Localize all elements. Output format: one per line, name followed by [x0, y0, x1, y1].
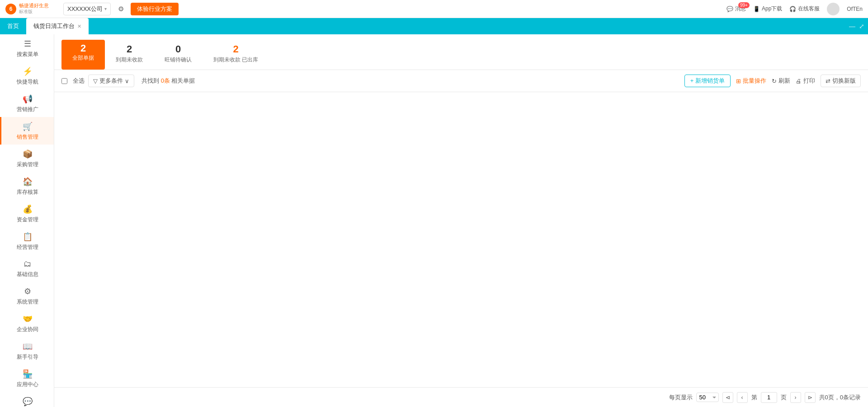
- print-button[interactable]: 🖨 打印: [796, 77, 815, 85]
- page-label: 第: [751, 393, 757, 402]
- guide-icon: 📖: [23, 342, 33, 351]
- marketing-icon: 📢: [23, 94, 33, 104]
- next-page-button[interactable]: ›: [790, 392, 801, 403]
- sidebar-item-finance[interactable]: 💰 资金管理: [0, 200, 54, 227]
- message-button[interactable]: 💬 消息 99+: [726, 5, 746, 13]
- sidebar-item-nav[interactable]: ⚡ 快捷导航: [0, 62, 54, 89]
- nav-icon: ⚡: [23, 66, 33, 76]
- inventory-icon: 🏠: [23, 177, 33, 187]
- stat-tab-overdue[interactable]: 2 到期未收款: [105, 40, 154, 70]
- sidebar-label-basic-info: 基础信息: [17, 271, 38, 278]
- sidebar-item-operation[interactable]: 📋 经营管理: [0, 227, 54, 255]
- search-menu-icon: ☰: [24, 39, 31, 49]
- settings-button[interactable]: ⚙: [114, 3, 127, 15]
- stat-tab-shipped[interactable]: 2 到期未收款 已出库: [203, 40, 269, 70]
- pagination-bar: 每页显示 50 10 20 100 ⊲ ‹ 第 页 › ⊳ 共0页，0条记录: [54, 387, 868, 407]
- found-text: 共找到 0条 相关单据: [142, 77, 195, 85]
- tab-home-label: 首页: [7, 22, 19, 30]
- tab-bar: 首页 钱货日清工作台 ✕ — ⤢: [0, 18, 868, 34]
- switch-label: 切换新版: [832, 77, 856, 85]
- sidebar-label-operation: 经营管理: [17, 243, 38, 251]
- user-name: OfTEn: [847, 6, 863, 12]
- service-icon: 🎧: [789, 6, 796, 12]
- company-selector[interactable]: XXXXXX公司 ▾: [63, 3, 111, 15]
- sidebar-item-sales[interactable]: 🛒 销售管理: [0, 117, 54, 145]
- tab-home[interactable]: 首页: [0, 18, 26, 34]
- tab-workbench-label: 钱货日清工作台: [33, 22, 75, 30]
- company-name: XXXXXX公司: [67, 5, 103, 13]
- filter-chevron-icon: ∨: [125, 78, 129, 84]
- online-service-button[interactable]: 🎧 在线客服: [789, 5, 820, 13]
- stat-tab-all[interactable]: 2 全部单据: [61, 40, 105, 70]
- new-sale-button[interactable]: + 新增销货单: [684, 75, 731, 87]
- sidebar-item-enterprise[interactable]: 🤝 企业协同: [0, 309, 54, 337]
- page-size-select[interactable]: 50 10 20 100: [696, 393, 719, 402]
- stat-overdue-number: 2: [127, 43, 132, 55]
- avatar[interactable]: [827, 3, 840, 15]
- sidebar-label-finance: 资金管理: [17, 216, 38, 224]
- first-page-button[interactable]: ⊲: [722, 392, 733, 403]
- message-icon: 💬: [726, 6, 733, 12]
- wechat-icon: 💬: [23, 397, 33, 407]
- sidebar-label-inventory: 库存核算: [17, 188, 38, 196]
- online-service-label: 在线客服: [798, 5, 820, 13]
- content-area: 2 全部单据 2 到期未收款 0 旺铺待确认 2 到期未收款 已出库 全选 ▽ …: [54, 34, 868, 407]
- sidebar-item-basic-info[interactable]: 🗂 基础信息: [0, 255, 54, 282]
- sidebar-label-nav: 快捷导航: [17, 78, 38, 86]
- sidebar-item-system[interactable]: ⚙ 系统管理: [0, 282, 54, 309]
- filter-label: 更多条件: [99, 77, 123, 85]
- sidebar-item-app-center[interactable]: 🏪 应用中心: [0, 365, 54, 392]
- sidebar-label-marketing: 营销推广: [17, 106, 38, 113]
- sidebar-label-system: 系统管理: [17, 298, 38, 306]
- download-icon: 📱: [753, 6, 760, 12]
- app-download-button[interactable]: 📱 App下载: [753, 5, 782, 13]
- sales-icon: 🛒: [23, 122, 33, 131]
- sidebar-item-inventory[interactable]: 🏠 库存核算: [0, 172, 54, 200]
- sidebar-item-purchase[interactable]: 📦 采购管理: [0, 145, 54, 172]
- tab-close-icon[interactable]: ✕: [77, 23, 81, 29]
- enterprise-icon: 🤝: [23, 314, 33, 324]
- sidebar-item-enterprise-wechat[interactable]: 💬 企业微信: [0, 392, 54, 407]
- stat-all-number: 2: [72, 42, 94, 54]
- print-icon: 🖨: [796, 78, 802, 84]
- operation-icon: 📋: [23, 232, 33, 242]
- filter-button[interactable]: ▽ 更多条件 ∨: [88, 75, 134, 87]
- switch-version-button[interactable]: ⇄ 切换新版: [821, 75, 861, 87]
- refresh-button[interactable]: ↻ 刷新: [772, 77, 790, 85]
- sidebar-item-search[interactable]: ☰ 搜索菜单: [0, 34, 54, 62]
- page-size-label: 每页显示: [669, 393, 693, 402]
- app-logo-badge: 标准版: [19, 9, 49, 15]
- total-text: 共0页，0条记录: [819, 393, 861, 402]
- tab-expand-icon[interactable]: ⤢: [859, 23, 864, 30]
- sidebar-item-marketing[interactable]: 📢 营销推广: [0, 89, 54, 117]
- table-area: [54, 92, 868, 387]
- purchase-icon: 📦: [23, 149, 33, 159]
- prev-page-button[interactable]: ‹: [737, 392, 748, 403]
- stat-wangpu-number: 0: [175, 43, 181, 55]
- found-count: 0条: [161, 77, 170, 84]
- sidebar-label-app-center: 应用中心: [17, 381, 38, 388]
- experience-button[interactable]: 体验行业方案: [131, 3, 179, 15]
- sidebar-item-guide[interactable]: 📖 新手引导: [0, 337, 54, 365]
- page-suffix: 页: [781, 393, 787, 402]
- select-all-label: 全选: [73, 77, 85, 85]
- stat-shipped-label: 到期未收款 已出库: [213, 56, 258, 64]
- tab-work-bench[interactable]: 钱货日清工作台 ✕: [26, 18, 89, 34]
- finance-icon: 💰: [23, 204, 33, 214]
- print-label: 打印: [803, 77, 815, 85]
- page-input[interactable]: [761, 392, 777, 403]
- stat-all-label: 全部单据: [72, 54, 94, 62]
- tab-minimize-icon[interactable]: —: [849, 23, 855, 30]
- sidebar-label-guide: 新手引导: [17, 353, 38, 361]
- app-logo-text: 畅捷通好生意: [19, 3, 49, 9]
- stat-wangpu-label: 旺铺待确认: [165, 56, 192, 64]
- sidebar-label-search: 搜索菜单: [17, 51, 38, 58]
- app-center-icon: 🏪: [23, 369, 33, 379]
- sidebar-label-sales: 销售管理: [17, 133, 38, 141]
- tab-bar-right: — ⤢: [849, 23, 868, 30]
- last-page-button[interactable]: ⊳: [805, 392, 816, 403]
- batch-operation-button[interactable]: ⊞ 批量操作: [736, 77, 766, 85]
- select-all-checkbox[interactable]: [61, 78, 67, 84]
- stat-tab-wangpu[interactable]: 0 旺铺待确认: [154, 40, 203, 70]
- stats-tabs: 2 全部单据 2 到期未收款 0 旺铺待确认 2 到期未收款 已出库: [54, 34, 868, 70]
